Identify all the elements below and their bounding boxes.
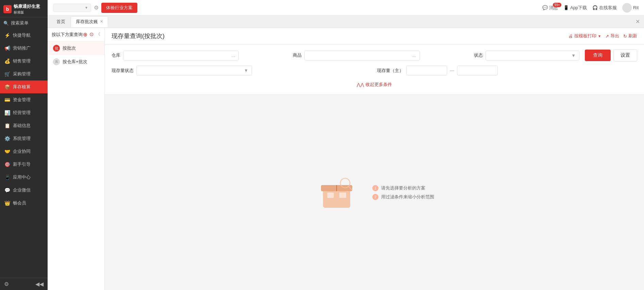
left-panel-header: 按以下方案查询 ⊕ ⊙ 《: [48, 28, 104, 41]
close-panel-icon[interactable]: ✕: [635, 18, 640, 25]
wechat-icon: 💬: [4, 187, 10, 193]
user-menu[interactable]: Rit: [622, 3, 639, 13]
quicknav-icon: ⚡: [4, 32, 10, 38]
refresh-icon: ↻: [623, 34, 627, 39]
print-btn[interactable]: 🖨 按模板打印 ▼: [569, 33, 601, 39]
tab-inventory-batch[interactable]: 库存批次账 ✕: [71, 16, 108, 27]
empty-illustration: [315, 170, 359, 215]
sidebar-item-inventory[interactable]: 📦 库存核算: [0, 80, 48, 93]
collapse-panel-icon[interactable]: 《: [96, 31, 100, 38]
sidebar-header: b 畅康通好生意 标准版: [0, 0, 48, 17]
tip-2-num: 2: [372, 194, 378, 200]
export-icon: ↗: [605, 34, 609, 39]
inventory-max-input[interactable]: [457, 66, 498, 75]
settings-plan-icon[interactable]: ⊙: [89, 31, 94, 38]
sidebar-item-enterprise[interactable]: 🤝 企业协同: [0, 145, 48, 158]
sidebar-item-label: 应用中心: [13, 174, 31, 180]
sidebar-item-finance[interactable]: 💳 资金管理: [0, 93, 48, 106]
filter-product: 商品 ...: [293, 51, 469, 60]
svg-rect-0: [323, 189, 350, 208]
sidebar-item-guide[interactable]: 🎯 新手引导: [0, 158, 48, 171]
vip-icon: 👑: [4, 200, 10, 206]
plan-item-by-batch[interactable]: 批 按批次: [48, 41, 104, 55]
left-panel-actions: ⊕ ⊙ 《: [83, 31, 100, 38]
product-more-icon: ...: [412, 53, 416, 58]
action-buttons: 查询 设置: [585, 49, 637, 61]
sidebar-item-vip[interactable]: 👑 畅会员: [0, 197, 48, 210]
appstore-icon: 📱: [4, 174, 10, 180]
sidebar-search-label: 搜索菜单: [11, 20, 29, 26]
inventory-status-select[interactable]: ▼: [136, 66, 252, 75]
sidebar-item-quicknav[interactable]: ⚡ 快捷导航: [0, 29, 48, 42]
tabbar: 首页 库存批次账 ✕ ✕: [48, 16, 644, 28]
enterprise-icon: 🤝: [4, 148, 10, 155]
content-area: 按以下方案查询 ⊕ ⊙ 《 批 按批次 库 按仓库+批次 现存量查询(按批次): [48, 28, 644, 290]
sidebar-item-basic[interactable]: 📋 基础信息: [0, 119, 48, 132]
add-plan-icon[interactable]: ⊕: [83, 31, 87, 38]
refresh-btn[interactable]: ↻ 刷新: [623, 33, 637, 39]
warehouse-input[interactable]: ...: [123, 51, 239, 60]
plan-item-by-warehouse-batch[interactable]: 库 按仓库+批次: [48, 55, 104, 69]
sidebar-item-system[interactable]: ⚙️ 系统管理: [0, 132, 48, 145]
sidebar-item-wechat[interactable]: 💬 企业微信: [0, 184, 48, 197]
query-btn[interactable]: 查询: [585, 50, 611, 61]
system-icon: ⚙️: [4, 135, 10, 142]
filter-collapse-btn[interactable]: ⋀⋀ 收起更多条件: [112, 79, 637, 90]
sidebar-item-label: 资金管理: [13, 97, 31, 103]
inventory-status-chevron-icon: ▼: [244, 68, 248, 73]
sidebar-item-label: 库存核算: [13, 84, 31, 90]
messages-badge: 99+: [553, 3, 561, 7]
sidebar-item-label: 企业微信: [13, 187, 31, 193]
sidebar-item-sales[interactable]: 💰 销售管理: [0, 55, 48, 68]
collapse-up-icon: ⋀⋀: [357, 82, 364, 87]
filter-warehouse: 仓库 ...: [112, 51, 287, 60]
app-download-btn[interactable]: 📱 App下载: [563, 5, 587, 11]
page-header-actions: 🖨 按模板打印 ▼ ↗ 导出 ↻ 刷新: [569, 33, 637, 39]
main-area: ▼ ⚙ 体验行业方案 💬 消息 99+ 📱 App下载 🎧 在线客服 Rit: [48, 0, 644, 290]
filter-inventory-main: 现存量（主） —: [377, 66, 637, 75]
app-download-label: App下载: [570, 5, 587, 11]
tab-home[interactable]: 首页: [52, 17, 70, 27]
online-service-btn[interactable]: 🎧 在线客服: [592, 5, 617, 11]
filter-status: 状态 ▼: [474, 51, 579, 60]
message-icon: 💬: [542, 5, 548, 10]
status-select[interactable]: ▼: [486, 51, 579, 60]
inventory-range: —: [406, 66, 498, 75]
trial-btn[interactable]: 体验行业方案: [101, 3, 137, 13]
page-header: 现存量查询(按批次) 🖨 按模板打印 ▼ ↗ 导出 ↻ 刷新: [105, 28, 644, 44]
inventory-main-label: 现存量（主）: [377, 68, 404, 74]
sidebar-item-marketing[interactable]: 📢 营销推广: [0, 42, 48, 55]
sales-icon: 💰: [4, 58, 10, 64]
status-label: 状态: [474, 52, 483, 58]
sidebar-item-label: 畅会员: [13, 200, 26, 206]
warehouse-more-icon: ...: [231, 53, 235, 58]
sidebar-item-operation[interactable]: 📊 经营管理: [0, 106, 48, 119]
purchase-icon: 🛒: [4, 71, 10, 77]
search-input[interactable]: [56, 5, 83, 10]
gear-icon[interactable]: ⚙: [94, 4, 99, 11]
messages-btn[interactable]: 💬 消息 99+: [542, 5, 558, 11]
tab-close-icon[interactable]: ✕: [100, 19, 103, 24]
sidebar-item-appstore[interactable]: 📱 应用中心: [0, 171, 48, 184]
filter-row-1: 仓库 ... 商品 ...: [112, 49, 637, 61]
range-separator: —: [450, 68, 454, 73]
sidebar-item-purchase[interactable]: 🛒 采购管理: [0, 68, 48, 80]
sidebar-item-search[interactable]: 🔍 搜索菜单: [0, 17, 48, 29]
product-label: 商品: [293, 52, 302, 58]
collapse-icon[interactable]: ◀◀: [35, 281, 44, 287]
export-btn[interactable]: ↗ 导出: [605, 33, 619, 39]
setting-btn[interactable]: 设置: [613, 49, 637, 61]
sidebar-item-label: 销售管理: [13, 58, 31, 64]
inventory-min-input[interactable]: [406, 66, 447, 75]
svg-rect-3: [327, 193, 334, 198]
sidebar-item-label: 营销推广: [13, 45, 31, 51]
empty-state-inner: 1 请先选择要分析的方案 2 用过滤条件来缩小分析范围: [315, 170, 434, 215]
settings-icon[interactable]: ⚙: [4, 281, 9, 287]
chevron-down-icon: ▼: [85, 6, 88, 10]
sidebar-item-label: 企业协同: [13, 148, 31, 155]
tab-inventory-batch-label: 库存批次账: [76, 19, 98, 25]
inventory-status-label: 现存量状态: [112, 68, 134, 74]
filter-row-2: 现存量状态 ▼ 现存量（主） —: [112, 66, 637, 75]
product-input[interactable]: ...: [304, 51, 420, 60]
search-wrap[interactable]: ▼: [53, 4, 91, 12]
